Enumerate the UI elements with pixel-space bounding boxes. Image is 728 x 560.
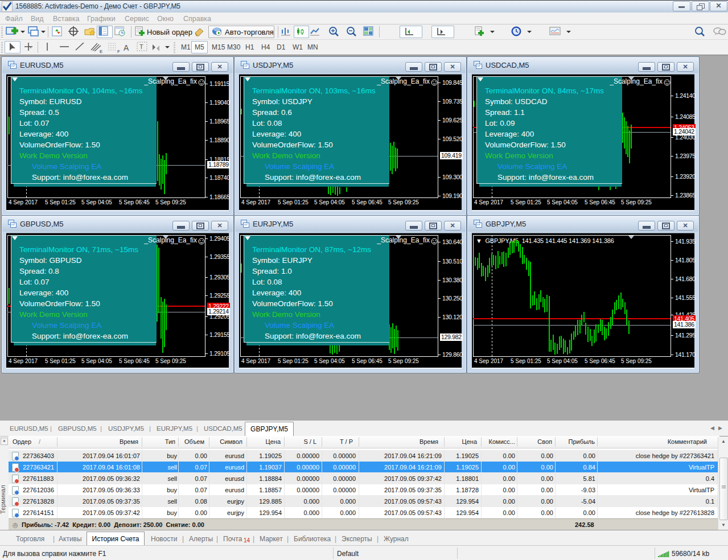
svg-text:F: F xyxy=(117,49,120,54)
svg-text:E: E xyxy=(100,49,102,54)
svg-text:T: T xyxy=(139,43,143,50)
